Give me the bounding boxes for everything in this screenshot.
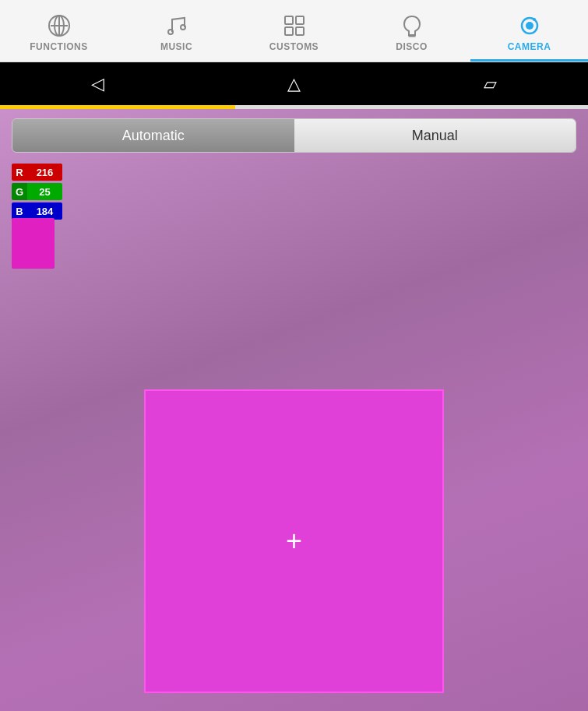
tab-manual[interactable]: Manual xyxy=(294,119,576,152)
android-navigation: ◁ △ ▱ xyxy=(0,62,588,105)
top-navigation: FUNCTIONS MUSIC CUSTOMS DISCO CA xyxy=(0,0,588,62)
green-value-label: G 25 xyxy=(12,183,62,200)
svg-rect-10 xyxy=(409,35,415,37)
blue-value-label: B 184 xyxy=(12,202,62,220)
nav-item-music[interactable]: MUSIC xyxy=(118,0,235,62)
home-button[interactable]: △ xyxy=(287,74,301,94)
svg-point-5 xyxy=(181,25,185,30)
nav-label-disco: DISCO xyxy=(396,41,428,52)
svg-point-4 xyxy=(168,30,173,34)
red-value-label: R 216 xyxy=(12,164,62,181)
recent-button[interactable]: ▱ xyxy=(484,74,497,94)
svg-rect-8 xyxy=(285,27,293,35)
camera-capture-area[interactable]: + xyxy=(144,389,444,693)
nav-item-disco[interactable]: DISCO xyxy=(353,0,470,62)
functions-icon xyxy=(47,13,72,38)
back-button[interactable]: ◁ xyxy=(91,74,104,94)
camera-icon xyxy=(517,13,542,38)
add-icon: + xyxy=(286,527,302,555)
nav-label-music: MUSIC xyxy=(160,41,192,52)
nav-label-customs: CUSTOMS xyxy=(269,41,319,52)
svg-point-12 xyxy=(526,22,533,30)
nav-label-camera: CAMERA xyxy=(508,41,551,52)
nav-item-functions[interactable]: FUNCTIONS xyxy=(0,0,118,62)
main-content: Automatic Manual R 216 G 25 B 184 + xyxy=(0,109,588,711)
svg-rect-9 xyxy=(296,27,304,35)
svg-rect-6 xyxy=(285,16,293,24)
nav-item-customs[interactable]: CUSTOMS xyxy=(235,0,353,62)
mode-toggle[interactable]: Automatic Manual xyxy=(12,118,576,153)
disco-icon xyxy=(400,13,424,38)
tab-automatic[interactable]: Automatic xyxy=(12,119,294,152)
music-icon xyxy=(164,13,189,38)
color-swatch xyxy=(12,218,55,269)
customs-icon xyxy=(282,13,307,38)
nav-label-functions: FUNCTIONS xyxy=(30,41,88,52)
svg-point-13 xyxy=(533,18,536,21)
svg-rect-7 xyxy=(296,16,304,24)
nav-item-camera[interactable]: CAMERA xyxy=(470,0,588,62)
rgb-values: R 216 G 25 B 184 xyxy=(12,164,62,220)
